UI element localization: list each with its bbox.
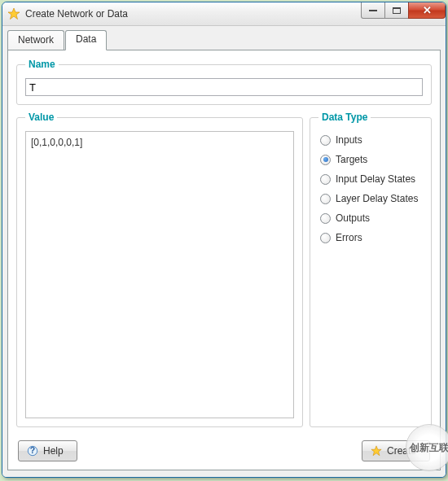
help-label: Help bbox=[43, 445, 64, 457]
star-icon bbox=[371, 445, 382, 457]
name-input[interactable] bbox=[25, 78, 423, 96]
svg-marker-3 bbox=[371, 446, 381, 456]
value-legend: Value bbox=[25, 112, 57, 123]
radio-label: Outputs bbox=[336, 212, 370, 224]
close-button[interactable]: ✕ bbox=[408, 2, 446, 19]
tabs-bar: Network Data bbox=[7, 30, 441, 50]
tab-panel: Name Value [0,1,0,0,0,1] Data Type Input… bbox=[7, 50, 441, 470]
radio-targets[interactable]: Targets bbox=[320, 154, 421, 165]
radio-icon bbox=[320, 174, 331, 185]
radio-label: Inputs bbox=[336, 134, 362, 146]
radio-label: Layer Delay States bbox=[336, 193, 418, 204]
radio-inputs[interactable]: Inputs bbox=[320, 134, 421, 146]
tab-data[interactable]: Data bbox=[65, 30, 107, 50]
help-icon: ? bbox=[27, 445, 38, 457]
radio-icon bbox=[320, 135, 331, 146]
data-type-radios: Inputs Targets Input Delay States L bbox=[318, 131, 423, 247]
dialog-window: Create Network or Data ✕ Network Data Na… bbox=[2, 2, 446, 478]
radio-icon bbox=[320, 213, 331, 224]
radio-label: Errors bbox=[336, 232, 362, 243]
name-legend: Name bbox=[25, 59, 59, 70]
radio-outputs[interactable]: Outputs bbox=[320, 212, 421, 224]
name-group: Name bbox=[16, 59, 432, 105]
value-display[interactable]: [0,1,0,0,0,1] bbox=[25, 131, 294, 418]
radio-layer-delay-states[interactable]: Layer Delay States bbox=[320, 193, 421, 204]
radio-label: Input Delay States bbox=[336, 173, 415, 185]
radio-icon bbox=[320, 233, 331, 243]
radio-icon bbox=[320, 194, 331, 204]
watermark: 创新互联 bbox=[406, 424, 448, 471]
close-icon: ✕ bbox=[423, 4, 432, 16]
button-row: ? Help Create bbox=[16, 434, 432, 461]
radio-label: Targets bbox=[336, 154, 367, 165]
maximize-icon bbox=[393, 7, 401, 14]
tab-network[interactable]: Network bbox=[7, 30, 64, 50]
radio-icon bbox=[320, 155, 331, 165]
maximize-button[interactable] bbox=[384, 2, 409, 19]
data-type-group: Data Type Inputs Targets Input Delay bbox=[310, 112, 432, 427]
help-button[interactable]: ? Help bbox=[18, 440, 77, 461]
app-star-icon bbox=[7, 7, 20, 20]
radio-errors[interactable]: Errors bbox=[320, 232, 421, 243]
svg-marker-0 bbox=[8, 8, 20, 20]
svg-text:?: ? bbox=[30, 445, 35, 455]
minimize-button[interactable] bbox=[361, 2, 385, 19]
data-type-legend: Data Type bbox=[318, 112, 371, 123]
value-group: Value [0,1,0,0,0,1] bbox=[16, 112, 303, 427]
dialog-content: Network Data Name Value [0,1,0,0,0,1] Da… bbox=[2, 26, 446, 477]
titlebar[interactable]: Create Network or Data ✕ bbox=[2, 2, 446, 26]
window-controls: ✕ bbox=[362, 2, 446, 19]
radio-input-delay-states[interactable]: Input Delay States bbox=[320, 173, 421, 185]
minimize-icon bbox=[369, 10, 377, 11]
